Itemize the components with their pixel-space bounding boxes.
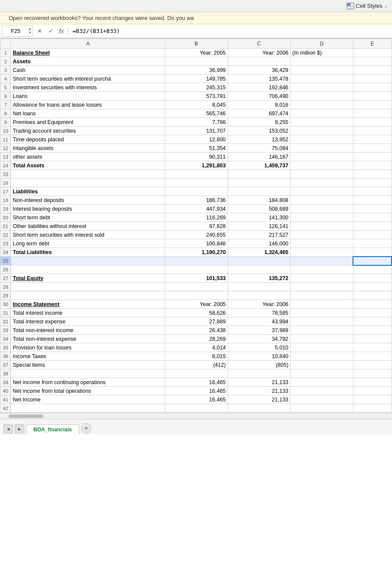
- cell-c18[interactable]: 184,808: [228, 196, 290, 205]
- table-row[interactable]: 40Net income from total operations16,465…: [0, 387, 392, 395]
- cell-e34[interactable]: [353, 335, 392, 343]
- cell-b7[interactable]: 8,045: [165, 101, 228, 109]
- cell-b12[interactable]: 51,354: [165, 144, 228, 153]
- cell-c36[interactable]: 10,840: [228, 352, 290, 361]
- table-row[interactable]: 41Net Income16,46521,133: [0, 395, 392, 404]
- cell-d42[interactable]: [291, 404, 353, 413]
- table-row[interactable]: 30Income StatementYear: 2005Year: 2006: [0, 300, 392, 309]
- cell-b41[interactable]: 16,465: [165, 395, 228, 404]
- cell-d36[interactable]: [291, 352, 353, 361]
- table-row[interactable]: 10Trading account securities131,707153,0…: [0, 127, 392, 135]
- table-row[interactable]: 13other assets90,311146,167: [0, 153, 392, 161]
- cell-e9[interactable]: [353, 118, 392, 127]
- cell-c22[interactable]: 217,527: [228, 231, 290, 239]
- table-row[interactable]: 35Provision for loan losses4,0145,010: [0, 343, 392, 352]
- cell-a5[interactable]: Investment securities with interests: [11, 83, 165, 92]
- cell-e18[interactable]: [353, 196, 392, 205]
- cell-d1[interactable]: (In million $): [291, 49, 353, 57]
- cell-b40[interactable]: 16,465: [165, 387, 228, 395]
- cell-c17[interactable]: [228, 187, 290, 196]
- cell-c8[interactable]: 697,474: [228, 109, 290, 118]
- cell-b31[interactable]: 58,626: [165, 309, 228, 317]
- cell-d6[interactable]: [291, 92, 353, 101]
- cell-c39[interactable]: 21,133: [228, 378, 290, 387]
- cell-b27[interactable]: 101,533: [165, 274, 228, 283]
- cell-c35[interactable]: 5,010: [228, 343, 290, 352]
- cell-a27[interactable]: Total Equity: [11, 274, 165, 283]
- cell-e8[interactable]: [353, 109, 392, 118]
- cell-e37[interactable]: [353, 361, 392, 369]
- cell-e31[interactable]: [353, 309, 392, 317]
- cell-a7[interactable]: Allowance for loans and lease losses: [11, 101, 165, 109]
- cell-a4[interactable]: Short term securities with interest purc…: [11, 75, 165, 83]
- cell-a28[interactable]: [11, 283, 165, 291]
- confirm-formula-button[interactable]: ✓: [46, 26, 56, 36]
- table-row[interactable]: 27Total Equity101,533135,272: [0, 274, 392, 283]
- cell-a16[interactable]: [11, 179, 165, 187]
- table-row[interactable]: 21Other liabilities without interest97,8…: [0, 222, 392, 231]
- cell-d15[interactable]: [291, 170, 353, 179]
- cell-d32[interactable]: [291, 317, 353, 326]
- table-row[interactable]: 19Interest bearing deposits447,934508,68…: [0, 205, 392, 213]
- cell-a25[interactable]: [11, 257, 165, 265]
- cell-b28[interactable]: [165, 283, 228, 291]
- cell-b5[interactable]: 245,315: [165, 83, 228, 92]
- cell-d39[interactable]: [291, 378, 353, 387]
- cell-e33[interactable]: [353, 326, 392, 335]
- tab-next-button[interactable]: ►: [15, 424, 24, 434]
- table-row[interactable]: 4Short term securities with interest pur…: [0, 75, 392, 83]
- cell-b16[interactable]: [165, 179, 228, 187]
- cell-b15[interactable]: [165, 170, 228, 179]
- cell-a22[interactable]: Short term securities with interest sold: [11, 231, 165, 239]
- cell-e20[interactable]: [353, 213, 392, 222]
- cell-a18[interactable]: Non-interest deposits: [11, 196, 165, 205]
- table-row[interactable]: 2Assets: [0, 57, 392, 66]
- cell-e32[interactable]: [353, 317, 392, 326]
- cell-e23[interactable]: [353, 239, 392, 248]
- table-row[interactable]: 9Premises and Equipment7,7869,255: [0, 118, 392, 127]
- cell-b24[interactable]: 1,190,270: [165, 248, 228, 257]
- table-row[interactable]: 36Income Taxes8,01510,840: [0, 352, 392, 361]
- cell-c9[interactable]: 9,255: [228, 118, 290, 127]
- cell-a35[interactable]: Provision for loan losses: [11, 343, 165, 352]
- table-row[interactable]: 6Loans573,791706,490: [0, 92, 392, 101]
- table-row[interactable]: 1Balance SheetYear: 2005Year: 2006(In mi…: [0, 49, 392, 57]
- cell-c25[interactable]: [228, 257, 290, 265]
- cell-e19[interactable]: [353, 205, 392, 213]
- cell-d10[interactable]: [291, 127, 353, 135]
- cell-a37[interactable]: Special items: [11, 361, 165, 369]
- cell-e7[interactable]: [353, 101, 392, 109]
- cell-a26[interactable]: [11, 265, 165, 274]
- table-row[interactable]: 26: [0, 265, 392, 274]
- table-row[interactable]: 15: [0, 170, 392, 179]
- table-row[interactable]: 25: [0, 257, 392, 265]
- cell-ref-arrows[interactable]: ▲ ▼: [28, 27, 32, 35]
- cell-b21[interactable]: 97,828: [165, 222, 228, 231]
- cell-c21[interactable]: 126,141: [228, 222, 290, 231]
- cell-d31[interactable]: [291, 309, 353, 317]
- table-row[interactable]: 32Total interest expense27,88943,994: [0, 317, 392, 326]
- cell-c14[interactable]: 1,459,737: [228, 161, 290, 170]
- cell-e16[interactable]: [353, 179, 392, 187]
- cell-c30[interactable]: Year: 2006: [228, 300, 290, 309]
- cell-c4[interactable]: 135,478: [228, 75, 290, 83]
- cell-e39[interactable]: [353, 378, 392, 387]
- cell-d23[interactable]: [291, 239, 353, 248]
- cell-d29[interactable]: [291, 291, 353, 300]
- cell-a23[interactable]: Long term debt: [11, 239, 165, 248]
- cell-d33[interactable]: [291, 326, 353, 335]
- cell-c10[interactable]: 153,052: [228, 127, 290, 135]
- cell-c42[interactable]: [228, 404, 290, 413]
- cell-b33[interactable]: 26,438: [165, 326, 228, 335]
- cell-b17[interactable]: [165, 187, 228, 196]
- cell-e3[interactable]: [353, 66, 392, 75]
- formula-content[interactable]: =B32/(B31+B33): [71, 28, 390, 34]
- cell-b42[interactable]: [165, 404, 228, 413]
- cell-c38[interactable]: [228, 369, 290, 378]
- cell-c15[interactable]: [228, 170, 290, 179]
- table-row[interactable]: 28: [0, 283, 392, 291]
- cell-e21[interactable]: [353, 222, 392, 231]
- table-row[interactable]: 39Net income from continuing operations1…: [0, 378, 392, 387]
- cell-a11[interactable]: Time deposits placed: [11, 135, 165, 144]
- cell-b14[interactable]: 1,291,803: [165, 161, 228, 170]
